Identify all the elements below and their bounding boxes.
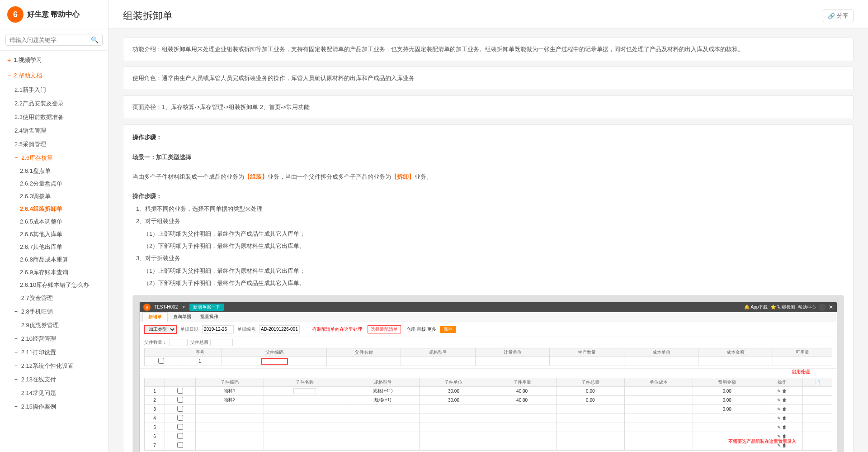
sidebar-item-2-6-10[interactable]: 2.6.10库存账本错了怎么办 <box>0 279 108 291</box>
step3-1: （1）上部明细为父件明细，最终作为原材料生成其它出库单； <box>143 266 844 276</box>
close-icon[interactable]: ✕ <box>829 304 833 310</box>
col-avail: 可用量 <box>773 348 832 357</box>
sidebar-item-2-4[interactable]: 2.4销售管理 <box>0 124 108 138</box>
lower-table-area: 启用处理 子件编码 子件名称 规格型号 子件单位 <box>140 369 837 452</box>
sidebar-item-2-8[interactable]: + 2.8手机旺铺 <box>0 305 108 319</box>
sidebar-item-2-7[interactable]: + 2.7资金管理 <box>0 291 108 305</box>
steps-title: 操作步骤： <box>132 132 844 143</box>
sidebar-label-2: 2.帮助文档 <box>14 71 42 80</box>
step3-2: （2）下部明细为子件明细，最终作为产成品生成其它入库单。 <box>143 278 844 288</box>
lrow-check-6[interactable] <box>177 433 183 439</box>
share-icon: 🔗 <box>828 13 835 19</box>
upper-table-area: 父件数量： 父件总额 序号 父件编码 <box>140 337 837 369</box>
col-qty: 生产数量 <box>550 348 624 357</box>
sidebar-item-2-12[interactable]: + 2.12系统个性化设置 <box>0 359 108 373</box>
num-input[interactable] <box>259 325 300 333</box>
table-row: 1 <box>145 357 832 366</box>
sidebar-item-2-1[interactable]: 2.1新手入门 <box>0 83 108 97</box>
lcol-unit: 子件单位 <box>420 378 488 386</box>
scene1-title: 场景一：加工类型选择 <box>132 152 844 162</box>
lrow-check-5[interactable] <box>177 424 183 430</box>
lrow-check-7[interactable] <box>177 442 183 448</box>
scene1-desc: 当由多个子件材料组装成一个成品的业务为【组装】业务，当由一个父件拆分成多个子产品… <box>132 171 844 182</box>
sidebar-item-2-15[interactable]: + 2.15操作案例 <box>0 400 108 414</box>
form-area: 加工类型 组装 拆卸 单据日期 单据编号 有装配清 <box>140 322 837 337</box>
step2: 2、对于组装业务 <box>136 216 844 226</box>
step2-2: （2）下部明细为子件明细，最终作为原材料生成其它出库单。 <box>143 241 844 251</box>
sidebar: 6 好生意 帮助中心 🔍 + 1.视频学习 − 2.帮助文档 2.1新手入门 2… <box>0 0 108 452</box>
mock-window: 6 TEST-H002 ▼ 新增单据一下 🔔 App下载 ⭐ 功能检测 帮助中心 <box>139 302 837 452</box>
sidebar-item-2-13[interactable]: + 2.13在线支付 <box>0 373 108 386</box>
lcol-total-qty: 子件总量 <box>556 378 624 386</box>
role-block: 使用角色：通常由生产人员或库管人员完成拆装业务的操作，库管人员确认原材料的出库和… <box>123 67 854 90</box>
mock-titlebar: 6 TEST-H002 ▼ 新增单据一下 🔔 App下载 ⭐ 功能检测 帮助中心 <box>140 302 837 312</box>
share-button[interactable]: 🔗 分享 <box>823 10 854 22</box>
type-selector[interactable]: 加工类型 组装 拆卸 <box>144 325 177 334</box>
col-parent-code: 父件编码 <box>222 348 327 357</box>
tab-other2[interactable]: 批量操作 <box>196 312 223 322</box>
tab-new-order[interactable]: 新增单 <box>142 312 168 322</box>
annotation-4: 不需要选产品组装在这里置里录入 <box>728 438 796 445</box>
sidebar-item-2-6-9[interactable]: 2.6.9库存账本查询 <box>0 266 108 279</box>
screenshot-container: 6 TEST-H002 ▼ 新增单据一下 🔔 App下载 ⭐ 功能检测 帮助中心 <box>132 295 844 452</box>
form-label-date: 单据日期 <box>180 326 198 333</box>
date-input[interactable] <box>202 325 234 333</box>
lcol-spec: 规格型号 <box>346 378 420 386</box>
new-order-btn[interactable]: 新增单据一下 <box>189 304 224 311</box>
lcol-ops: 操作 <box>761 378 803 386</box>
tab-other[interactable]: 查询单据 <box>169 312 196 322</box>
table-row: 4 <box>145 414 832 423</box>
lrow-check-1[interactable] <box>177 388 183 394</box>
sidebar-item-2-9[interactable]: + 2.9优惠券管理 <box>0 319 108 332</box>
table-row: 2 物料2 规格(+1) 30.00 40.00 0.00 <box>145 395 832 404</box>
parent-total-input[interactable] <box>210 339 233 346</box>
content-header: 组装拆卸单 🔗 分享 <box>108 0 868 29</box>
sidebar-item-2-6-1[interactable]: 2.6.1盘点单 <box>0 165 108 177</box>
lcol-check <box>165 378 195 386</box>
sidebar-item-2-10[interactable]: + 2.10经营管理 <box>0 332 108 346</box>
sidebar-item-2-6-5[interactable]: 2.6.5成本调整单 <box>0 215 108 228</box>
lcol-cost: 单位成本 <box>624 378 693 386</box>
parent-qty-input[interactable] <box>170 339 188 346</box>
logo-icon: 6 <box>7 6 24 23</box>
lcol-name: 子件名称 <box>264 378 346 386</box>
row-check[interactable] <box>158 358 164 364</box>
sidebar-item-2-6-3[interactable]: 2.6.3调拨单 <box>0 190 108 203</box>
lrow-check-4[interactable] <box>177 415 183 421</box>
sidebar-item-1[interactable]: + 1.视频学习 <box>0 52 108 68</box>
lcol-icon: 📄 <box>803 378 832 386</box>
lrow-check-2[interactable] <box>177 397 183 403</box>
col-spec: 规格型号 <box>401 348 476 357</box>
sidebar-item-2-5[interactable]: 2.5采购管理 <box>0 138 108 151</box>
annotation-btn1[interactable]: 选择装配清单 <box>368 325 401 333</box>
sidebar-item-2-14[interactable]: + 2.14常见问题 <box>0 386 108 400</box>
sidebar-item-2-2[interactable]: 2.2产品安装及登录 <box>0 97 108 110</box>
col-unit: 计量单位 <box>475 348 550 357</box>
search-icon[interactable]: 🔍 <box>91 36 99 43</box>
sidebar-item-2-6-4[interactable]: 2.6.4组装拆卸单 <box>0 203 108 215</box>
search-input[interactable] <box>9 37 91 43</box>
form-ops: 仓库 审核 更多 <box>406 326 436 333</box>
sidebar-item-2-6-7[interactable]: 2.6.7其他出库单 <box>0 241 108 253</box>
sidebar-item-2-6-6[interactable]: 2.6.6其他入库单 <box>0 228 108 241</box>
col-total: 成本金额 <box>698 348 773 357</box>
lrow-name-1[interactable] <box>293 388 316 394</box>
search-box[interactable]: 🔍 <box>5 34 103 46</box>
upper-table: 序号 父件编码 父件名称 规格型号 计量单位 生产数量 成本单价 成本金额 可用 <box>144 348 832 366</box>
parent-code-input[interactable] <box>261 358 288 365</box>
sidebar-item-2-11[interactable]: + 2.11打印设置 <box>0 346 108 359</box>
sidebar-label-1: 1.视频学习 <box>14 56 42 64</box>
nav-tabs: 新增单 查询单据 批量操作 <box>140 312 837 322</box>
sidebar-item-2-6-8[interactable]: 2.6.8商品成本重算 <box>0 253 108 266</box>
table-footer: 合计 $0.00 0.00 0.00 0.00 0.00 <box>144 450 832 452</box>
table-row: 5 <box>145 423 832 432</box>
annotation-1: 有装配清单的在这里处理 <box>312 326 362 333</box>
annotation-3: 启用处理 <box>792 369 810 375</box>
sidebar-item-2-6[interactable]: − 2.6库存核算 <box>0 151 108 165</box>
sidebar-item-2-3[interactable]: 2.3使用前数据准备 <box>0 110 108 124</box>
sidebar-item-2[interactable]: − 2.帮助文档 <box>0 68 108 83</box>
steps-block: 操作步骤： 场景一：加工类型选择 当由多个子件材料组装成一个成品的业务为【组装】… <box>123 124 854 452</box>
save-btn[interactable]: 保存 <box>440 326 456 333</box>
lrow-check-3[interactable] <box>177 406 183 412</box>
sidebar-item-2-6-2[interactable]: 2.6.2分量盘点单 <box>0 177 108 190</box>
